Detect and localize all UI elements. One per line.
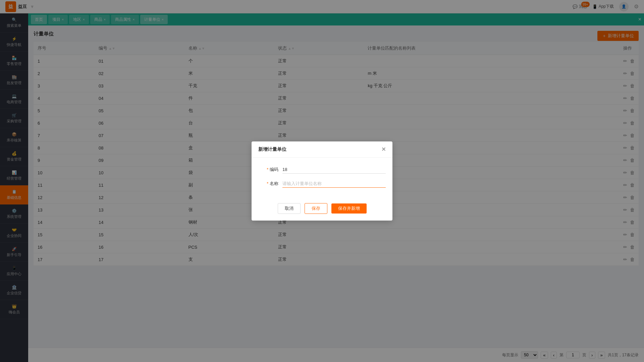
dialog-close-button[interactable]: ✕ bbox=[381, 146, 386, 153]
dialog-header: 新增计量单位 ✕ bbox=[252, 141, 392, 158]
dialog-title: 新增计量单位 bbox=[258, 146, 286, 153]
name-input[interactable] bbox=[282, 180, 386, 188]
form-row-code: 编码 bbox=[258, 166, 386, 174]
dialog-body: 编码 名称 bbox=[252, 158, 392, 199]
name-label: 名称 bbox=[258, 181, 278, 187]
dialog-footer: 取消 保存 保存并新增 bbox=[252, 199, 392, 221]
form-row-name: 名称 bbox=[258, 180, 386, 188]
save-button[interactable]: 保存 bbox=[305, 203, 327, 214]
save-and-new-button[interactable]: 保存并新增 bbox=[331, 203, 367, 214]
add-measure-unit-dialog: 新增计量单位 ✕ 编码 名称 取消 保存 保存并新增 bbox=[252, 141, 392, 221]
cancel-button[interactable]: 取消 bbox=[278, 203, 301, 214]
code-input[interactable] bbox=[282, 166, 386, 174]
code-label: 编码 bbox=[258, 167, 278, 173]
modal-overlay: 新增计量单位 ✕ 编码 名称 取消 保存 保存并新增 bbox=[0, 0, 644, 362]
